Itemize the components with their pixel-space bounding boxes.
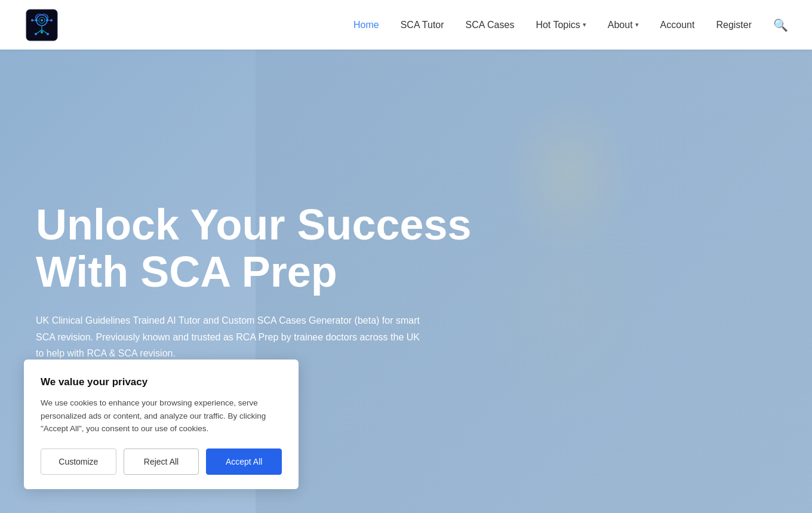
svg-point-15 — [31, 19, 33, 21]
nav-item-account[interactable]: Account — [660, 20, 695, 30]
nav-item-register[interactable]: Register — [716, 20, 752, 30]
svg-point-10 — [41, 31, 43, 33]
chevron-down-icon: ▾ — [635, 21, 639, 29]
nav-item-sca-tutor[interactable]: SCA Tutor — [401, 20, 444, 30]
accept-all-button[interactable]: Accept All — [206, 449, 282, 475]
svg-point-9 — [47, 33, 49, 35]
nav-link-about[interactable]: About — [608, 20, 633, 30]
logo[interactable] — [24, 7, 60, 43]
nav-link-sca-cases[interactable]: SCA Cases — [466, 20, 515, 30]
nav-search-button[interactable]: 🔍 — [773, 18, 788, 32]
nav-item-about[interactable]: About ▾ — [608, 20, 639, 30]
hero-subtitle: UK Clinical Guidelines Trained AI Tutor … — [36, 312, 430, 361]
nav-link-sca-tutor[interactable]: SCA Tutor — [401, 20, 444, 30]
nav-link-home[interactable]: Home — [353, 20, 379, 30]
reject-all-button[interactable]: Reject All — [124, 449, 199, 475]
nav-item-sca-cases[interactable]: SCA Cases — [466, 20, 515, 30]
svg-point-8 — [35, 33, 37, 35]
nav-link-hot-topics[interactable]: Hot Topics — [536, 20, 580, 30]
cookie-title: We value your privacy — [41, 376, 282, 388]
hero-content: Unlock Your Success With SCA Prep UK Cli… — [0, 201, 513, 361]
nav-item-hot-topics[interactable]: Hot Topics ▾ — [536, 20, 586, 30]
cookie-buttons: Customize Reject All Accept All — [41, 449, 282, 475]
svg-point-16 — [50, 19, 53, 21]
hero-title: Unlock Your Success With SCA Prep — [36, 201, 478, 296]
nav-link-account[interactable]: Account — [660, 20, 695, 30]
navigation: Home SCA Tutor SCA Cases Hot Topics ▾ Ab… — [0, 0, 812, 50]
nav-item-home[interactable]: Home — [353, 20, 379, 30]
cookie-text: We use cookies to enhance your browsing … — [41, 397, 282, 435]
cookie-banner: We value your privacy We use cookies to … — [24, 360, 299, 489]
nav-links: Home SCA Tutor SCA Cases Hot Topics ▾ Ab… — [353, 18, 788, 32]
nav-link-register[interactable]: Register — [716, 20, 752, 30]
svg-rect-1 — [26, 10, 57, 41]
logo-icon — [24, 7, 60, 43]
search-icon[interactable]: 🔍 — [773, 19, 788, 32]
chevron-down-icon: ▾ — [583, 21, 586, 29]
svg-point-4 — [41, 19, 43, 21]
customize-button[interactable]: Customize — [41, 449, 116, 475]
